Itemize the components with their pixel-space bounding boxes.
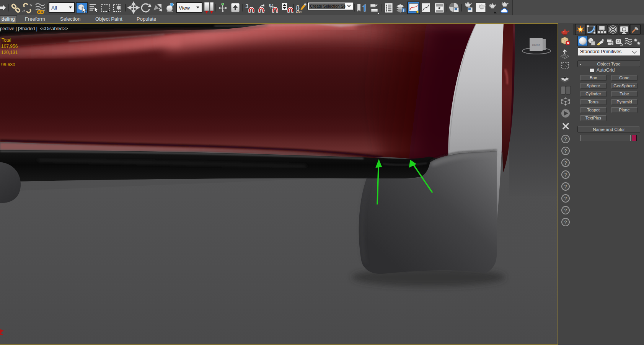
svg-text:All: All (51, 5, 57, 11)
svg-text:ABC: ABC (296, 10, 302, 14)
svg-text:Create Selection Se: Create Selection Se (310, 4, 346, 8)
svg-text:{}: {} (296, 4, 300, 11)
svg-text:View: View (179, 5, 190, 11)
svg-text:FRONT: FRONT (532, 44, 540, 46)
svg-text:3: 3 (245, 3, 248, 9)
